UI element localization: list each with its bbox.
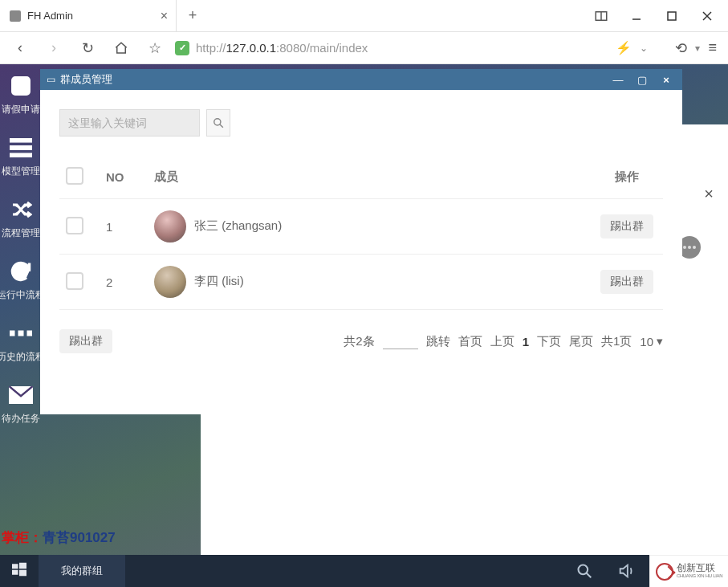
browser-tabs-bar: FH Admin × + — [0, 0, 728, 32]
brand-logo: 创新互联 CHUANG XIN HU LIAN — [649, 555, 728, 587]
avatar — [154, 210, 186, 243]
modal-minimize-button[interactable]: — — [608, 74, 628, 86]
svg-rect-7 — [10, 138, 32, 142]
svg-rect-12 — [27, 331, 32, 336]
sidebar-item-todo[interactable]: 待办任务 — [0, 383, 42, 426]
pager-current: 1 — [523, 335, 529, 349]
column-no: NO — [100, 156, 148, 199]
keyword-input[interactable] — [59, 109, 200, 137]
nav-forward-button[interactable]: › — [40, 35, 67, 62]
url-text: http://127.0.0.1:8080/main/index — [196, 41, 368, 55]
modal-title: 群成员管理 — [60, 72, 112, 87]
search-icon[interactable] — [572, 559, 596, 583]
member-name: 张三 (zhangsan) — [194, 218, 282, 232]
sidebar-item-leave[interactable]: 请假申请 — [0, 74, 42, 116]
modal-close-button[interactable]: × — [657, 74, 676, 86]
refresh-button[interactable]: ↻ — [74, 35, 101, 62]
pager-pages: 共1页 — [601, 334, 632, 349]
svg-line-14 — [220, 124, 223, 128]
close-icon[interactable]: × — [161, 9, 168, 23]
pager: 共2条 跳转 首页 上页 1 下页 尾页 共1页 10 ▾ — [344, 333, 663, 349]
table-row: 1 张三 (zhangsan) 踢出群 — [59, 199, 663, 255]
ellipsis-icon — [7, 321, 35, 345]
sync-icon — [7, 259, 35, 283]
shuffle-icon — [7, 198, 35, 222]
hamburger-icon[interactable]: ≡ — [708, 39, 717, 56]
browser-toolbar: ‹ › ↻ ☆ ✓ http://127.0.0.1:8080/main/ind… — [0, 32, 728, 64]
sidebar-item-flow[interactable]: 流程管理 — [0, 198, 42, 240]
undo-icon[interactable]: ⟲ — [675, 39, 687, 57]
home-button[interactable] — [108, 35, 135, 62]
modal-group-members: ▭ 群成员管理 — ▢ × NO 成员 操作 — [40, 69, 682, 414]
app-viewport: ≡ ▴ × 请假申请 模型管理 流程管理 运行中流程 历史的流程 待办任务 — [0, 64, 728, 587]
pager-next-button[interactable]: 下页 — [537, 334, 561, 349]
table-row: 2 李四 (lisi) 踢出群 — [59, 255, 663, 310]
svg-rect-15 — [12, 564, 18, 569]
start-button[interactable] — [0, 562, 39, 581]
row-no: 2 — [100, 255, 148, 310]
sidebar-item-label: 运行中流程 — [0, 288, 45, 302]
sidebar-item-running[interactable]: 运行中流程 — [0, 259, 42, 302]
svg-rect-18 — [19, 569, 26, 576]
window-minimize-button[interactable] — [620, 4, 653, 28]
list-icon — [7, 136, 35, 160]
svg-rect-17 — [12, 569, 18, 574]
reader-mode-icon[interactable] — [585, 4, 617, 28]
pager-first-button[interactable]: 首页 — [458, 334, 482, 349]
member-name: 李四 (lisi) — [194, 274, 244, 287]
svg-point-19 — [579, 565, 588, 575]
pager-last-button[interactable]: 尾页 — [569, 334, 593, 349]
mail-icon — [7, 383, 35, 407]
chevron-down-icon[interactable]: ▾ — [695, 43, 700, 54]
svg-point-13 — [214, 119, 221, 125]
modal-titlebar[interactable]: ▭ 群成员管理 — ▢ × — [40, 69, 682, 90]
svg-rect-10 — [10, 331, 14, 336]
browser-tab[interactable]: FH Admin × — [0, 0, 177, 32]
svg-rect-11 — [18, 331, 23, 336]
window-close-button[interactable] — [691, 4, 723, 28]
address-bar[interactable]: ✓ http://127.0.0.1:8080/main/index — [175, 41, 609, 55]
close-icon[interactable]: × — [704, 185, 714, 203]
window-icon: ▭ — [47, 74, 55, 85]
pager-prev-button[interactable]: 上页 — [490, 334, 514, 349]
favicon-icon — [10, 10, 21, 22]
nav-back-button[interactable]: ‹ — [6, 35, 34, 62]
logo-icon — [656, 563, 673, 581]
taskbar-item-active[interactable]: 我的群组 — [39, 555, 125, 587]
svg-line-20 — [587, 573, 592, 578]
svg-rect-9 — [10, 153, 32, 157]
svg-rect-16 — [19, 562, 26, 569]
pager-jump-input[interactable] — [383, 333, 418, 349]
select-all-checkbox[interactable] — [66, 167, 83, 185]
toolbar-right: ⚡ ⌄ ⟲ ▾ ≡ — [616, 39, 722, 57]
row-no: 1 — [100, 199, 148, 255]
modal-maximize-button[interactable]: ▢ — [632, 74, 652, 86]
kick-button[interactable]: 踢出群 — [600, 270, 653, 294]
new-tab-button[interactable]: + — [177, 7, 209, 24]
page-size-select[interactable]: 10 ▾ — [640, 334, 663, 349]
row-checkbox[interactable] — [66, 217, 83, 234]
favorite-button[interactable]: ☆ — [141, 35, 169, 62]
sidebar-item-label: 流程管理 — [2, 226, 40, 240]
sidebar: 请假申请 模型管理 流程管理 运行中流程 历史的流程 待办任务 — [0, 64, 42, 587]
chevron-down-icon[interactable]: ⌄ — [640, 43, 648, 54]
modal-body: NO 成员 操作 1 张三 (zhangsan) 踢出群 2 — [40, 90, 682, 414]
sidebar-item-label: 模型管理 — [2, 165, 40, 178]
kick-button[interactable]: 踢出群 — [600, 214, 653, 238]
search-button[interactable] — [206, 109, 230, 137]
sidebar-item-model[interactable]: 模型管理 — [0, 136, 42, 178]
bulk-kick-button[interactable]: 踢出群 — [59, 329, 112, 353]
taskbar-item-label: 我的群组 — [61, 564, 103, 578]
row-checkbox[interactable] — [66, 272, 83, 290]
pager-jump-button[interactable]: 跳转 — [426, 334, 450, 349]
window-maximize-button[interactable] — [656, 4, 688, 28]
sidebar-item-label: 请假申请 — [2, 103, 40, 116]
sidebar-item-history[interactable]: 历史的流程 — [0, 321, 42, 364]
sidebar-item-label: 待办任务 — [2, 412, 40, 426]
svg-rect-3 — [668, 12, 676, 20]
bolt-icon[interactable]: ⚡ — [616, 40, 632, 55]
shield-icon: ✓ — [175, 41, 189, 55]
chevron-down-icon: ▾ — [657, 334, 663, 349]
sound-icon[interactable] — [614, 559, 638, 583]
search-icon — [213, 117, 224, 128]
